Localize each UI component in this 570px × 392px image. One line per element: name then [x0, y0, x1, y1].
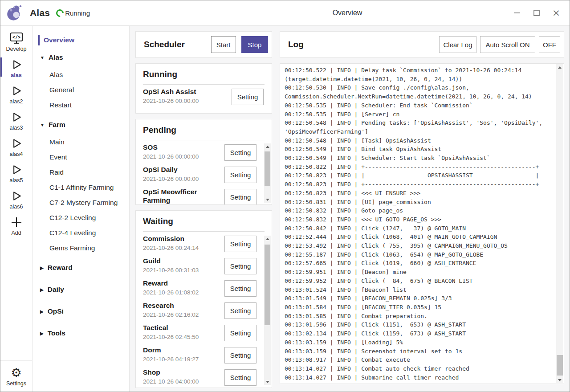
pending-scrollbar[interactable]	[264, 143, 271, 203]
status-text: Running	[65, 9, 90, 17]
nav-group-daily[interactable]: ▶Daily	[33, 280, 129, 299]
rail-item-alas2[interactable]: alas2	[0, 81, 32, 107]
setting-button[interactable]: Setting	[224, 144, 256, 161]
app-window: Alas Running Overview × </>Developalasal…	[0, 0, 570, 392]
log-line: 00:13:02.134 | INFO | Click (1159, 673) …	[285, 329, 551, 338]
scroll-up-icon[interactable]	[264, 143, 271, 150]
log-line: 00:12:50.522 | INFO | Delay task `Commis…	[285, 66, 551, 83]
auto-scroll-on-button[interactable]: Auto Scroll ON	[480, 36, 535, 53]
close-button[interactable]: ×	[546, 4, 566, 22]
scheduler-panel: Scheduler Start Stop	[135, 31, 272, 58]
scroll-down-icon[interactable]	[264, 196, 271, 203]
rail-item-alas[interactable]: alas	[0, 55, 32, 81]
app-title: Alas	[30, 8, 50, 18]
svg-text:</>: </>	[12, 35, 20, 40]
task-info: Dorm2021-10-26 04:19:27	[143, 346, 218, 363]
maximize-button[interactable]	[527, 4, 546, 22]
play-icon	[10, 84, 23, 98]
rail-item-add[interactable]: Add	[0, 212, 32, 239]
waiting-task-row: Guild2021-10-26 00:31:03Setting	[136, 254, 263, 276]
waiting-scrollbar[interactable]	[264, 236, 271, 385]
log-line: 00:13:14.027 | INFO | Combat auto check …	[285, 364, 551, 373]
setting-button[interactable]: Setting	[224, 258, 256, 274]
scroll-down-icon[interactable]	[556, 377, 563, 383]
auto-scroll-off-button[interactable]: OFF	[539, 36, 560, 53]
setting-button[interactable]: Setting	[224, 189, 256, 204]
nav-group-opsi[interactable]: ▶OpSi	[33, 302, 129, 321]
task-info: SOS2021-10-26 00:00:00	[143, 143, 218, 160]
pending-scrollbar-thumb[interactable]	[265, 151, 270, 186]
setting-button[interactable]: Setting	[224, 302, 256, 319]
log-line: 00:12:50.832 | INFO | Goto page_os	[285, 206, 551, 215]
start-button[interactable]: Start	[211, 36, 236, 53]
nav-item-event[interactable]: Event	[33, 150, 129, 165]
setting-button[interactable]: Setting	[224, 325, 256, 341]
scroll-up-icon[interactable]	[264, 236, 271, 242]
setting-button[interactable]: Setting	[224, 167, 256, 183]
nav-item-c1-1-affinity-farming[interactable]: C1-1 Affinity Farming	[33, 180, 129, 195]
chevron-right-icon: ▶	[40, 287, 44, 292]
log-line: 00:12:50.831 | INFO | [UI] page_commissi…	[285, 198, 551, 207]
nav-group-tools[interactable]: ▶Tools	[33, 323, 129, 343]
log-line: 00:12:50.535 | INFO | [Server] cn	[285, 110, 551, 119]
minimize-button[interactable]	[507, 4, 527, 22]
setting-button[interactable]: Setting	[224, 236, 256, 252]
nav-item-restart[interactable]: Restart	[33, 98, 129, 113]
nav-item-main[interactable]: Main	[33, 135, 129, 150]
log-line: 00:12:50.549 | INFO | Bind task OpsiAshA…	[285, 145, 551, 154]
setting-button[interactable]: Setting	[224, 280, 256, 297]
pending-task-row: OpSi Meowfficer Farming2021-10-26 00:00:…	[136, 185, 263, 204]
nav-item-overview[interactable]: Overview	[38, 35, 129, 45]
rail-item-alas4[interactable]: alas4	[0, 134, 32, 160]
scroll-up-icon[interactable]	[556, 64, 563, 70]
nav-group-farm[interactable]: ▼Farm	[33, 115, 129, 135]
task-next-run-time: 2021-10-26 01:08:02	[143, 289, 218, 296]
log-output[interactable]: 00:12:50.522 | INFO | Delay task `Commis…	[280, 63, 564, 384]
nav-item-alas[interactable]: Alas	[33, 67, 129, 82]
log-scrollbar[interactable]	[556, 64, 563, 383]
task-info: Research2021-10-26 02:16:02	[143, 301, 218, 318]
stop-button[interactable]: Stop	[241, 36, 268, 53]
waiting-scrollbar-thumb[interactable]	[265, 245, 270, 325]
gear-icon: ⚙	[11, 366, 21, 380]
log-line: 00:12:52.444 | INFO | Click (1068, 401) …	[285, 233, 551, 241]
rail-item-develop[interactable]: </>Develop	[0, 29, 32, 55]
running-task-row: OpSi Ash Assist2021-10-26 00:00:00Settin…	[136, 85, 272, 107]
rail-item-label: Develop	[6, 46, 27, 52]
task-info: Reward2021-10-26 01:08:02	[143, 279, 218, 296]
log-line: 00:13:01.549 | INFO | [BEACON_REMAIN 0.0…	[285, 294, 551, 303]
task-name: Reward	[143, 279, 218, 287]
log-line: 00:12:50.823 | INFO | | OPSIASHASSIST |	[285, 171, 551, 180]
log-scrollbar-thumb[interactable]	[557, 355, 563, 376]
nav-item-gems-farming[interactable]: Gems Farming	[33, 241, 129, 256]
minimize-icon	[514, 12, 520, 13]
log-panel-header: Log Clear Log Auto Scroll ON OFF	[280, 31, 564, 58]
setting-button[interactable]: Setting	[224, 369, 256, 386]
log-line: 00:13:03.159 | INFO | [Loading] 5%	[285, 338, 551, 347]
scroll-down-icon[interactable]	[264, 379, 271, 385]
nav-group-alas[interactable]: ▼Alas	[33, 48, 129, 67]
rail-item-alas6[interactable]: alas6	[0, 186, 32, 212]
setting-button[interactable]: Setting	[232, 89, 264, 105]
nav-item-c7-2-mystery-farming[interactable]: C7-2 Mystery Farming	[33, 195, 129, 210]
log-line: 00:12:50.823 | INFO | +-----------------…	[285, 180, 551, 189]
task-name: Commission	[143, 234, 218, 243]
scheduler-status: Running	[56, 9, 90, 17]
nav-group-reward[interactable]: ▶Reward	[33, 258, 129, 278]
rail-item-alas3[interactable]: alas3	[0, 107, 32, 134]
setting-button[interactable]: Setting	[224, 347, 256, 363]
nav-item-raid[interactable]: Raid	[33, 165, 129, 180]
play-icon	[10, 110, 23, 124]
chevron-down-icon: ▼	[40, 122, 45, 127]
rail-item-alas5[interactable]: alas5	[0, 160, 32, 186]
task-next-run-time: 2021-10-26 00:24:14	[143, 245, 218, 251]
task-next-run-time: 2021-10-26 04:19:27	[143, 356, 218, 363]
rail-item-settings[interactable]: ⚙ Settings	[0, 360, 32, 392]
task-name: Dorm	[143, 346, 218, 354]
log-line: 00:13:01.524 | INFO | [Beacon] list	[285, 286, 551, 294]
nav-item-c12-4-leveling[interactable]: C12-4 Leveling	[33, 225, 129, 241]
nav-item-general[interactable]: General	[33, 82, 129, 98]
clear-log-button[interactable]: Clear Log	[439, 36, 476, 53]
play-icon	[10, 163, 23, 176]
nav-item-c12-2-leveling[interactable]: C12-2 Leveling	[33, 210, 129, 225]
